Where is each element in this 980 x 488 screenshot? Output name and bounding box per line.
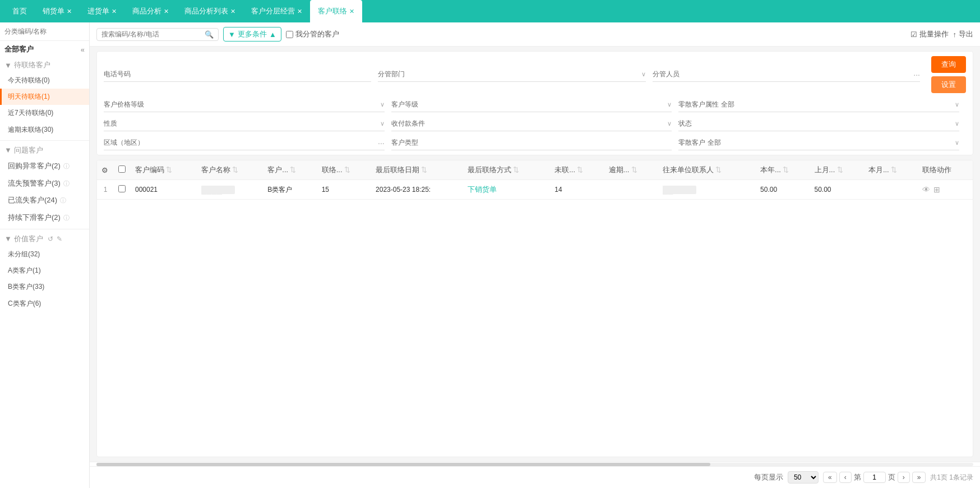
- sidebar-item-a-class[interactable]: A类客户(1): [0, 263, 89, 279]
- sidebar-item-b-class[interactable]: B类客户(33): [0, 279, 89, 295]
- value-edit-icon[interactable]: ✎: [57, 235, 62, 243]
- filter-scattered-customer-arrow[interactable]: ∨: [955, 139, 959, 146]
- nav-goods-analysis-close[interactable]: ✕: [164, 8, 169, 15]
- filter-payment-arrow[interactable]: ∨: [667, 120, 672, 127]
- page-number-input[interactable]: [863, 472, 886, 483]
- sidebar-item-week-pending[interactable]: 近7天待联络(0): [0, 105, 89, 121]
- sidebar-item-lost[interactable]: 已流失客户(24) ⓘ: [0, 192, 89, 209]
- warning-info-icon[interactable]: ⓘ: [63, 180, 70, 187]
- col-name[interactable]: 客户名称 ⇅: [197, 160, 263, 180]
- filter-customer-level-arrow[interactable]: ∨: [667, 101, 672, 108]
- row-this-year: 50.00: [756, 180, 810, 200]
- filter-customer-level-label: 客户等级: [391, 100, 431, 109]
- col-no-contact[interactable]: 未联... ⇅: [550, 160, 604, 180]
- col-action: 联络动作: [918, 160, 973, 180]
- nav-sales[interactable]: 销货单 ✕: [35, 0, 80, 22]
- col-last-date[interactable]: 最后联络日期 ⇅: [371, 160, 463, 180]
- sidebar-item-c-class[interactable]: C类客户(6): [0, 296, 89, 312]
- filter-icon: ▼: [228, 30, 235, 39]
- sidebar-item-today-pending[interactable]: 今天待联络(0): [0, 72, 89, 89]
- nav-purchase-close[interactable]: ✕: [112, 8, 117, 15]
- nav-home[interactable]: 首页: [4, 0, 35, 22]
- table-row: 1 000021 ████ B类客户 15 2023-05-23 18:25: …: [97, 180, 973, 200]
- filter-scattered-attr-arrow[interactable]: ∨: [955, 101, 959, 108]
- toolbar-search-icon[interactable]: 🔍: [205, 30, 214, 39]
- filter-price-level: 客户价格等级 ∨: [104, 98, 385, 112]
- toolbar-search-box: 🔍: [96, 28, 219, 41]
- my-customer-checkbox-area: 我分管的客户: [286, 29, 339, 39]
- prev-page-button[interactable]: ‹: [839, 472, 852, 483]
- filter-nature-arrow[interactable]: ∨: [380, 120, 385, 127]
- toolbar: 🔍 ▼ 更多条件 ▲ 我分管的客户 ☑ 批量操作 ↑ 导出: [90, 22, 980, 47]
- content-area: 🔍 ▼ 更多条件 ▲ 我分管的客户 ☑ 批量操作 ↑ 导出: [90, 22, 980, 488]
- nav-purchase[interactable]: 进货单 ✕: [80, 0, 124, 22]
- action-grid-icon[interactable]: ⊞: [933, 185, 940, 194]
- nav-goods-analysis-list[interactable]: 商品分析列表 ✕: [177, 0, 243, 22]
- declining-info-icon[interactable]: ⓘ: [63, 214, 70, 221]
- nav-goods-list-close[interactable]: ✕: [230, 8, 235, 15]
- col-settings[interactable]: ⚙: [97, 160, 114, 180]
- first-page-button[interactable]: «: [823, 472, 837, 483]
- filter-dept-arrow[interactable]: ∨: [641, 71, 646, 78]
- lost-info-icon[interactable]: ⓘ: [60, 197, 66, 204]
- more-filters-button[interactable]: ▼ 更多条件 ▲: [223, 27, 281, 42]
- nav-goods-analysis[interactable]: 商品分析 ✕: [124, 0, 177, 22]
- row-overdue: [604, 180, 658, 200]
- filter-scattered-customer: 零散客户 全部 ∨: [678, 136, 959, 150]
- query-button[interactable]: 查询: [931, 56, 966, 73]
- sidebar-item-tomorrow-pending[interactable]: 明天待联络(1): [0, 89, 89, 105]
- my-customer-checkbox[interactable]: [286, 31, 293, 38]
- row-checkbox[interactable]: [118, 185, 126, 192]
- action-icons-group: 👁 ⊞: [922, 185, 968, 194]
- abnormal-info-icon[interactable]: ⓘ: [63, 163, 70, 169]
- sidebar-item-declining[interactable]: 持续下滑客户(2) ⓘ: [0, 209, 89, 227]
- next-page-button[interactable]: ›: [898, 472, 910, 483]
- filter-manager-label: 分管人员: [653, 70, 692, 79]
- sidebar-item-warning[interactable]: 流失预警客户(3) ⓘ: [0, 175, 89, 192]
- sidebar-item-abnormal[interactable]: 回购异常客户(2) ⓘ: [0, 158, 89, 175]
- col-this-month[interactable]: 本月... ⇅: [864, 160, 918, 180]
- filter-row-3: 性质 ∨ 收付款条件 ∨ 状态 ∨: [104, 117, 966, 131]
- nav-customer-layer[interactable]: 客户分层经营 ✕: [243, 0, 310, 22]
- toolbar-search-input[interactable]: [101, 30, 202, 38]
- col-last-method[interactable]: 最后联络方式 ⇅: [463, 160, 550, 180]
- nav-customer-contact[interactable]: 客户联络 ✕: [310, 0, 362, 22]
- value-refresh-icon[interactable]: ↺: [48, 235, 53, 243]
- table-body: 1 000021 ████ B类客户 15 2023-05-23 18:25: …: [97, 180, 973, 200]
- filter-price-level-arrow[interactable]: ∨: [380, 101, 385, 108]
- last-page-button[interactable]: »: [912, 472, 926, 483]
- page-size-select[interactable]: 50 100 200: [788, 471, 819, 484]
- filter-status-arrow[interactable]: ∨: [955, 120, 959, 127]
- row-last-method: 下销货单: [463, 180, 550, 200]
- sort-contact-icon: ⇅: [344, 165, 350, 174]
- action-eye-icon[interactable]: 👁: [922, 185, 930, 194]
- export-button[interactable]: ↑ 导出: [953, 29, 974, 39]
- col-type[interactable]: 客户... ⇅: [263, 160, 317, 180]
- sidebar-item-ungrouped[interactable]: 未分组(32): [0, 246, 89, 263]
- row-num: 1: [97, 180, 114, 200]
- set-button[interactable]: 设置: [931, 76, 966, 93]
- sidebar-search-input[interactable]: [4, 27, 89, 35]
- nav-sales-close[interactable]: ✕: [67, 8, 72, 15]
- col-person[interactable]: 往来单位联系人 ⇅: [658, 160, 756, 180]
- nav-customer-layer-close[interactable]: ✕: [297, 8, 302, 15]
- value-group-title: ▼ 价值客户 ↺ ✎: [0, 232, 89, 246]
- col-contact-count[interactable]: 联络... ⇅: [317, 160, 371, 180]
- sidebar-item-overdue-pending[interactable]: 逾期未联络(30): [0, 122, 89, 138]
- filter-region-dots[interactable]: ···: [378, 139, 385, 148]
- filter-manager-dots[interactable]: ···: [913, 70, 920, 79]
- row-contact-count: 15: [317, 180, 371, 200]
- nav-customer-contact-close[interactable]: ✕: [349, 8, 354, 15]
- problem-group-title: ▼ 问题客户: [0, 143, 89, 158]
- filter-payment: 收付款条件 ∨: [391, 117, 672, 131]
- batch-operation-button[interactable]: ☑ 批量操作: [910, 29, 949, 39]
- col-code[interactable]: 客户编码 ⇅: [131, 160, 197, 180]
- horizontal-scrollbar[interactable]: [90, 462, 980, 466]
- row-last-method-link[interactable]: 下销货单: [468, 185, 497, 194]
- col-overdue[interactable]: 逾期... ⇅: [604, 160, 658, 180]
- scrollbar-thumb[interactable]: [96, 463, 710, 466]
- col-this-year[interactable]: 本年... ⇅: [756, 160, 810, 180]
- sidebar-collapse-icon[interactable]: «: [81, 45, 85, 54]
- col-last-month[interactable]: 上月... ⇅: [810, 160, 864, 180]
- select-all-checkbox[interactable]: [118, 165, 126, 173]
